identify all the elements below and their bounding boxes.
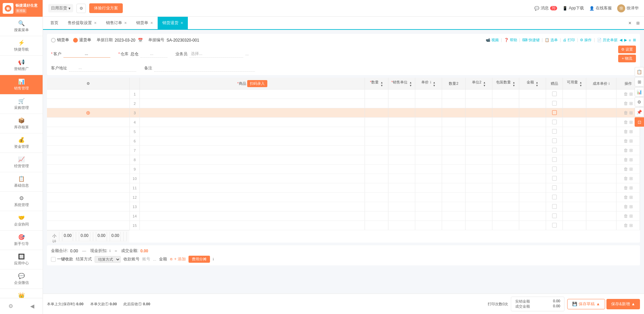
customer-input[interactable]: ...: [63, 50, 110, 58]
row-qty2-cell[interactable]: [442, 211, 466, 221]
tab-sales-order-close[interactable]: ✕: [124, 21, 127, 25]
toolbar-video[interactable]: 📹 视频: [486, 38, 499, 43]
row-amount-cell[interactable]: [519, 89, 546, 99]
price-sort[interactable]: ▲ ▼: [433, 81, 436, 87]
toolbar-grid-view[interactable]: ⊞: [633, 38, 636, 43]
gift-checkbox[interactable]: [552, 167, 557, 171]
row-pack-cell[interactable]: [492, 193, 519, 202]
row-cost-cell[interactable]: [586, 221, 616, 230]
gift-checkbox[interactable]: [552, 185, 557, 190]
delete-icon[interactable]: 🗑: [624, 120, 628, 125]
gift-checkbox[interactable]: [552, 176, 557, 181]
right-panel-btn-1[interactable]: 📋: [635, 67, 644, 76]
row-unit2-cell[interactable]: [466, 146, 492, 155]
delete-icon[interactable]: 🗑: [624, 91, 628, 97]
row-cost-cell[interactable]: [586, 118, 616, 127]
row-amount-cell[interactable]: [519, 211, 546, 221]
copy-icon[interactable]: ⊞: [629, 223, 633, 228]
tab-price-extract[interactable]: 售价提取设置 ✕: [63, 17, 101, 30]
row-gift-cell[interactable]: [546, 108, 563, 118]
row-unit2-cell[interactable]: [466, 174, 492, 183]
sidebar-item-guide[interactable]: 🎯 新手引导: [0, 231, 43, 250]
row-qty2-cell[interactable]: [442, 136, 466, 146]
row-unit2-cell[interactable]: [466, 89, 492, 99]
row-gift-cell[interactable]: [546, 118, 563, 127]
row-unit2-cell[interactable]: [466, 221, 492, 230]
row-pack-cell[interactable]: [492, 108, 519, 118]
row-product-cell[interactable]: [140, 165, 365, 174]
row-gift-cell[interactable]: [546, 183, 563, 193]
sidebar-item-sales[interactable]: 📊 销售管理: [0, 75, 43, 95]
delete-icon[interactable]: 🗑: [624, 129, 628, 134]
row-pack-cell[interactable]: [492, 118, 519, 127]
gift-checkbox[interactable]: [552, 91, 557, 96]
row-price-cell[interactable]: [415, 211, 442, 221]
delete-icon[interactable]: 🗑: [624, 101, 628, 106]
row-pack-cell[interactable]: [492, 165, 519, 174]
row-unit2-cell[interactable]: [466, 183, 492, 193]
row-qty-cell[interactable]: [365, 165, 388, 174]
copy-icon[interactable]: ⊞: [629, 213, 633, 218]
row-cost-cell[interactable]: [586, 89, 616, 99]
row-qty2-cell[interactable]: [442, 183, 466, 193]
gift-checkbox[interactable]: [552, 148, 557, 152]
sidebar-item-quick-nav[interactable]: ⚡ 快捷导航: [0, 36, 43, 56]
row-qty-cell[interactable]: [365, 221, 388, 230]
row-qty2-cell[interactable]: [442, 89, 466, 99]
row-qty2-cell[interactable]: [442, 108, 466, 118]
row-avail-cell[interactable]: [563, 146, 586, 155]
copy-icon[interactable]: ⊞: [629, 129, 633, 134]
row-qty-cell[interactable]: [365, 183, 388, 193]
row-pack-cell[interactable]: [492, 136, 519, 146]
toolbar-history[interactable]: 📄 历史单据: [597, 38, 618, 43]
row-qty2-cell[interactable]: [442, 146, 466, 155]
delete-icon[interactable]: 🗑: [624, 223, 628, 228]
row-cost-cell[interactable]: [586, 193, 616, 202]
tab-sales-order[interactable]: 销售订单 ✕: [101, 17, 131, 30]
row-unit-cell[interactable]: [388, 89, 415, 99]
row-unit-cell[interactable]: [388, 183, 415, 193]
sidebar-collapse-btn[interactable]: ◀: [28, 301, 36, 311]
row-qty2-cell[interactable]: [442, 118, 466, 127]
toolbar-operation[interactable]: ⚙ 操作: [580, 38, 592, 43]
gift-checkbox[interactable]: [552, 157, 557, 162]
row-unit-cell[interactable]: [388, 99, 415, 108]
row-pack-cell[interactable]: [492, 183, 519, 193]
tab-returns[interactable]: 销货退货 ✕: [158, 17, 188, 30]
row-amount-cell[interactable]: [519, 146, 546, 155]
ellipsis-icon[interactable]: ...: [245, 52, 249, 56]
row-qty-cell[interactable]: [365, 211, 388, 221]
row-unit-cell[interactable]: [388, 221, 415, 230]
row-unit-cell[interactable]: [388, 136, 415, 146]
row-pack-cell[interactable]: [492, 211, 519, 221]
doc-num-value[interactable]: SA-20230320-001: [166, 38, 199, 43]
row-qty-cell[interactable]: [365, 99, 388, 108]
salesperson-input[interactable]: 选择...: [190, 50, 243, 58]
gift-checkbox[interactable]: [552, 138, 557, 143]
row-qty-cell[interactable]: [365, 174, 388, 183]
logistics-btn[interactable]: + 物流: [618, 55, 636, 62]
row-cost-cell[interactable]: [586, 146, 616, 155]
row-qty-cell[interactable]: [365, 89, 388, 99]
row-pack-cell[interactable]: [492, 155, 519, 165]
row-amount-cell[interactable]: [519, 118, 546, 127]
copy-icon[interactable]: ⊞: [629, 110, 633, 115]
row-amount-cell[interactable]: [519, 108, 546, 118]
row-unit-cell[interactable]: [388, 174, 415, 183]
avail-sort[interactable]: ▲ ▼: [580, 81, 582, 87]
settings-button[interactable]: ⚙: [76, 4, 86, 13]
row-price-cell[interactable]: [415, 99, 442, 108]
gift-checkbox[interactable]: [552, 195, 557, 199]
add-row-icon[interactable]: ⊕: [86, 110, 90, 116]
payment-checkbox[interactable]: 一键收款: [51, 256, 73, 262]
row-unit2-cell[interactable]: [466, 118, 492, 127]
add-btn[interactable]: ⊕ + 添加: [170, 256, 186, 262]
right-panel-btn-4[interactable]: ⚙: [635, 97, 644, 107]
address-input[interactable]: ...: [69, 64, 136, 72]
sidebar-item-operations[interactable]: 📈 经营管理: [0, 153, 43, 172]
sidebar-item-finance[interactable]: 💰 资金管理: [0, 133, 43, 153]
sidebar-item-system[interactable]: ⚙ 系统管理: [0, 192, 43, 211]
delete-icon[interactable]: 🗑: [624, 138, 628, 143]
delete-icon[interactable]: 🗑: [624, 204, 628, 209]
settings-btn[interactable]: ⚙ 设置: [618, 46, 636, 53]
